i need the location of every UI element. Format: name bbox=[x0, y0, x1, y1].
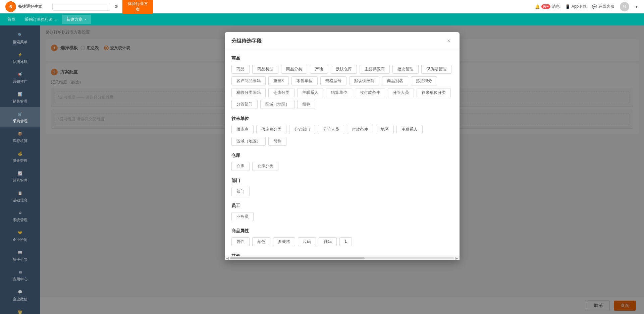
field-payment-condition[interactable]: 付款条件 bbox=[347, 125, 373, 134]
scroll-right-arrow[interactable]: ▶ bbox=[455, 256, 458, 260]
notification-item[interactable]: 🔔 99+ 消息 bbox=[535, 4, 560, 9]
field-salesperson[interactable]: 业务员 bbox=[231, 212, 254, 221]
tab-new-plan-close[interactable]: × bbox=[85, 18, 87, 21]
field-main-contact[interactable]: 主联系人 bbox=[297, 88, 323, 97]
field-payment-terms[interactable]: 收付款条件 bbox=[355, 88, 385, 97]
online-service-label: 在线客服 bbox=[598, 4, 614, 9]
avatar[interactable]: U bbox=[620, 2, 629, 11]
section-product-title: 商品 bbox=[231, 55, 453, 61]
field-spec-model[interactable]: 规格型号 bbox=[320, 76, 346, 85]
online-service-item[interactable]: 💬 在线客服 bbox=[592, 4, 614, 9]
field-managed-dept[interactable]: 分管部门 bbox=[289, 125, 315, 134]
app-download-label: App下载 bbox=[572, 4, 587, 9]
tab-home[interactable]: 首页 bbox=[3, 15, 20, 24]
field-multi-spec[interactable]: 多规格 bbox=[273, 237, 295, 246]
top-header: 6 畅捷通好生意 ⚙ 体验行业方案 🔔 99+ 消息 📱 App下载 💬 在线客… bbox=[0, 0, 644, 13]
field-supplier[interactable]: 供应商 bbox=[231, 125, 254, 134]
tab-purchase-list-close[interactable]: × bbox=[55, 18, 57, 21]
notification-label: 消息 bbox=[552, 4, 560, 9]
field-product[interactable]: 商品 bbox=[231, 65, 250, 74]
field-product-alias[interactable]: 商品别名 bbox=[382, 76, 408, 85]
section-dept-title: 部门 bbox=[231, 178, 453, 184]
field-attr[interactable]: 属性 bbox=[231, 237, 250, 246]
section-other: 其他 bbox=[231, 253, 453, 256]
field-default-warehouse[interactable]: 默认仓库 bbox=[331, 65, 357, 74]
sidebar-item-finance[interactable]: 💰 资金管理 bbox=[0, 147, 40, 167]
sidebar-item-system[interactable]: ⚙ 系统管理 bbox=[0, 206, 40, 226]
field-batch-mgmt[interactable]: 批次管理 bbox=[392, 65, 419, 74]
sidebar-item-quicknav[interactable]: ⚡ 快捷导航 bbox=[0, 48, 40, 68]
sidebar-item-purchase[interactable]: 🛒 采购管理 bbox=[0, 107, 40, 127]
field-short-name2[interactable]: 简称 bbox=[268, 137, 286, 146]
logo-text: 畅捷通好生意 bbox=[18, 4, 42, 9]
sidebar-item-marketing[interactable]: 📢 营销推广 bbox=[0, 68, 40, 87]
field-attr-1[interactable]: 1 bbox=[339, 237, 352, 246]
field-size[interactable]: 尺码 bbox=[298, 237, 316, 246]
basicinfo-icon: 📋 bbox=[17, 190, 23, 196]
scroll-left-arrow[interactable]: ◀ bbox=[226, 256, 229, 260]
tab-new-plan[interactable]: 新建方案 × bbox=[62, 15, 91, 24]
horizontal-scrollbar[interactable] bbox=[230, 257, 454, 259]
field-pick-points[interactable]: 拣货积分 bbox=[411, 76, 437, 85]
field-tax-code[interactable]: 税收分类编码 bbox=[231, 88, 266, 97]
field-retail-unit[interactable]: 零售单位 bbox=[291, 76, 318, 85]
search-icon: 🔍 bbox=[17, 32, 23, 38]
field-warehouse-cat[interactable]: 仓库分类 bbox=[252, 162, 278, 171]
sidebar-item-member[interactable]: 👑 畅会员 bbox=[0, 305, 40, 314]
field-product-category[interactable]: 商品分类 bbox=[281, 65, 307, 74]
field-main-supplier[interactable]: 主要供应商 bbox=[360, 65, 390, 74]
settings-icon[interactable]: ⚙ bbox=[113, 3, 119, 10]
section-product: 商品 商品 商品类型 商品分类 产地 默认仓库 主要供应商 批次管理 保质期管理… bbox=[231, 55, 453, 109]
notification-icon: 🔔 bbox=[535, 4, 540, 9]
sidebar-item-appcenter[interactable]: 🖥 应用中心 bbox=[0, 265, 40, 285]
field-managed-person[interactable]: 分管人员 bbox=[318, 125, 344, 134]
modal-close-button[interactable]: × bbox=[445, 37, 453, 45]
trial-button[interactable]: 体验行业方案 bbox=[122, 0, 153, 14]
sidebar: 🔍 搜索菜单 ⚡ 快捷导航 📢 营销推广 📊 销售管理 🛒 采购管理 📦 库存核… bbox=[0, 25, 40, 314]
header-search: ⚙ 体验行业方案 bbox=[52, 0, 153, 14]
field-region2[interactable]: 区域（地区） bbox=[231, 137, 266, 146]
field-short-name[interactable]: 简称 bbox=[297, 100, 315, 109]
field-default-supplier[interactable]: 默认供应商 bbox=[349, 76, 379, 85]
sidebar-item-operations[interactable]: 📈 经营管理 bbox=[0, 167, 40, 186]
field-customer-code[interactable]: 客户商品编码 bbox=[231, 76, 266, 85]
field-warehouse[interactable]: 仓库 bbox=[231, 162, 250, 171]
field-dept[interactable]: 部门 bbox=[231, 187, 250, 196]
sidebar-item-wechat[interactable]: 💬 企业微信 bbox=[0, 285, 40, 305]
field-shoe-size[interactable]: 鞋码 bbox=[319, 237, 337, 246]
modal-scrollbar[interactable]: ◀ ▶ bbox=[225, 256, 460, 260]
field-manager[interactable]: 分管人员 bbox=[388, 88, 414, 97]
field-area[interactable]: 地区 bbox=[376, 125, 394, 134]
field-partner-category[interactable]: 往来单位分类 bbox=[417, 88, 451, 97]
section-product-attr-fields: 属性 颜色 多规格 尺码 鞋码 1 bbox=[231, 237, 453, 246]
sidebar-item-sales[interactable]: 📊 销售管理 bbox=[0, 87, 40, 107]
sidebar-item-basicinfo[interactable]: 📋 基础信息 bbox=[0, 186, 40, 206]
sidebar-item-inventory[interactable]: 📦 库存核算 bbox=[0, 127, 40, 147]
field-shelf-life[interactable]: 保质期管理 bbox=[421, 65, 451, 74]
user-menu-icon[interactable]: ▼ bbox=[635, 4, 639, 9]
sidebar-item-search[interactable]: 🔍 搜索菜单 bbox=[0, 28, 40, 48]
sidebar-item-guide[interactable]: 📖 新手引导 bbox=[0, 246, 40, 265]
section-other-title: 其他 bbox=[231, 253, 453, 256]
field-settlement-unit[interactable]: 结算单位 bbox=[326, 88, 352, 97]
field-color[interactable]: 颜色 bbox=[252, 237, 270, 246]
modal-header: 分组待选字段 × bbox=[225, 32, 460, 50]
field-dept-managed[interactable]: 分管部门 bbox=[231, 100, 258, 109]
modal-title: 分组待选字段 bbox=[231, 38, 262, 44]
field-region[interactable]: 区域（地区） bbox=[260, 100, 294, 109]
field-weight[interactable]: 重量3 bbox=[268, 76, 289, 85]
field-warehouse-category[interactable]: 仓库分类 bbox=[268, 88, 294, 97]
modal-body[interactable]: 商品 商品 商品类型 商品分类 产地 默认仓库 主要供应商 批次管理 保质期管理… bbox=[225, 50, 460, 256]
section-warehouse-fields: 仓库 仓库分类 bbox=[231, 162, 453, 171]
logo-area: 6 畅捷通好生意 bbox=[5, 1, 46, 12]
app-download-item[interactable]: 📱 App下载 bbox=[565, 4, 587, 9]
field-origin[interactable]: 产地 bbox=[310, 65, 328, 74]
field-main-contact2[interactable]: 主联系人 bbox=[396, 125, 423, 134]
field-supplier-category[interactable]: 供应商分类 bbox=[256, 125, 286, 134]
sidebar-item-collab[interactable]: 🤝 企业协同 bbox=[0, 226, 40, 246]
field-product-type[interactable]: 商品类型 bbox=[252, 65, 278, 74]
tab-purchase-list[interactable]: 采购订单执行表 × bbox=[20, 15, 62, 24]
system-icon: ⚙ bbox=[17, 209, 23, 216]
header-right: 🔔 99+ 消息 📱 App下载 💬 在线客服 U ▼ bbox=[535, 2, 639, 11]
search-input[interactable] bbox=[52, 3, 110, 11]
